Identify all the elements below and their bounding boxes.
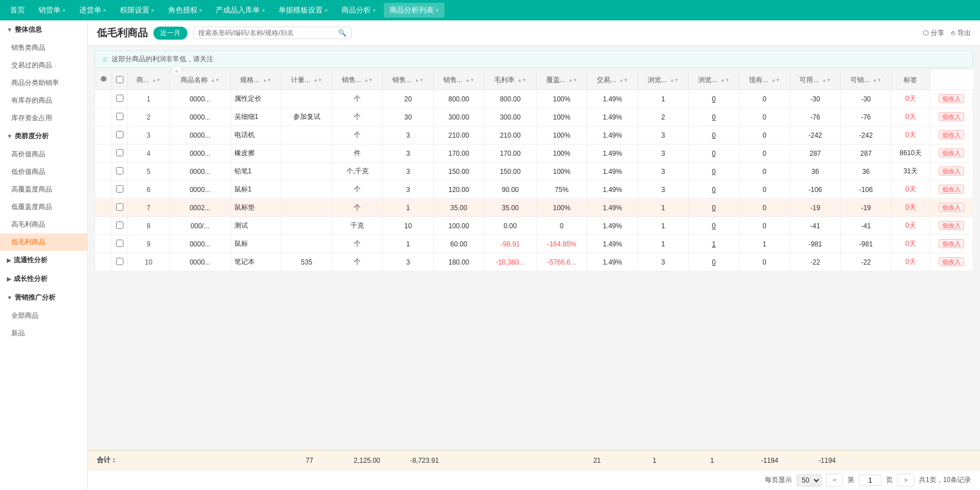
cell-checkbox-0[interactable] — [112, 90, 128, 108]
sidebar-item-low-value[interactable]: 低价值商品 — [0, 163, 87, 181]
sidebar-item-low-margin[interactable]: 低毛利商品 — [0, 233, 87, 251]
prev-page-btn[interactable]: ＜ — [826, 474, 843, 487]
nav-close-sales[interactable]: × — [62, 7, 66, 14]
row-checkbox-6[interactable] — [116, 203, 123, 211]
sidebar-group-cluster[interactable]: ▼ 类群度分析 — [0, 127, 87, 146]
row-checkbox-4[interactable] — [116, 167, 123, 174]
cell-view1-0[interactable]: 0 — [688, 90, 739, 108]
cell-checkbox-3[interactable] — [112, 144, 128, 163]
cell-checkbox-2[interactable] — [112, 126, 128, 144]
row-checkbox-9[interactable] — [116, 258, 123, 265]
sidebar-group-overall[interactable]: ▼ 整体信息 — [0, 20, 87, 39]
cell-checkbox-5[interactable] — [112, 181, 128, 199]
sidebar-group-growth[interactable]: ▶ 成长性分析 — [0, 270, 87, 288]
sidebar-group-marketing[interactable]: ▼ 营销推广分析 — [0, 288, 87, 307]
cell-view1-8[interactable]: 1 — [688, 235, 739, 253]
sort-arrows-current-stock[interactable]: ▲▼ — [771, 78, 780, 83]
nav-item-purchase[interactable]: 进货单× — [74, 3, 112, 18]
cell-coverage-2: 1.49% — [587, 126, 638, 144]
sort-arrows-gross-margin[interactable]: ▲▼ — [517, 78, 527, 83]
nav-item-sales[interactable]: 销货单× — [33, 3, 71, 18]
nav-item-permissions[interactable]: 权限设置× — [114, 3, 160, 18]
sidebar-item-stock-goods[interactable]: 有库存的商品 — [0, 92, 87, 109]
nav-item-analysis[interactable]: 商品分析× — [336, 3, 382, 18]
cell-checkbox-1[interactable] — [112, 108, 128, 126]
search-icon[interactable]: 🔍 — [338, 29, 346, 37]
sidebar-collapse-btn[interactable]: « — [172, 66, 182, 76]
cell-view1-1[interactable]: 0 — [688, 108, 739, 126]
col-checkbox-header[interactable] — [112, 71, 128, 90]
row-checkbox-3[interactable] — [116, 149, 123, 156]
col-spec-header: 规格... ▲▼ — [230, 71, 281, 90]
sidebar-item-stock-capital[interactable]: 库存资金占用 — [0, 109, 87, 127]
sort-arrows-sales-price[interactable]: ▲▼ — [415, 78, 424, 83]
nav-close-purchase[interactable]: × — [103, 7, 106, 14]
nav-item-analysis-list[interactable]: 商品分析列表× — [384, 3, 444, 18]
sidebar-item-all-goods[interactable]: 全部商品 — [0, 307, 87, 325]
cell-view1-7[interactable]: 0 — [688, 217, 739, 235]
cell-checkbox-4[interactable] — [112, 163, 128, 181]
row-checkbox-7[interactable] — [116, 221, 123, 229]
nav-close-permissions[interactable]: × — [151, 7, 155, 14]
next-page-btn[interactable]: ＞ — [897, 474, 914, 487]
nav-close-product-entry[interactable]: × — [262, 7, 265, 14]
sidebar-item-new-goods[interactable]: 新品 — [0, 325, 87, 342]
sidebar-item-traded-goods[interactable]: 交易过的商品 — [0, 57, 87, 74]
cell-view1-9[interactable]: 0 — [688, 253, 739, 271]
cell-view1-3[interactable]: 0 — [688, 144, 739, 163]
sort-arrows-spec[interactable]: ▲▼ — [263, 78, 272, 83]
sidebar-item-high-value[interactable]: 高价值商品 — [0, 146, 87, 163]
row-checkbox-8[interactable] — [116, 240, 123, 247]
sort-arrows-code[interactable]: ▲▼ — [152, 78, 161, 83]
cell-view1-6[interactable]: 0 — [688, 199, 739, 217]
nav-close-analysis-list[interactable]: × — [435, 7, 439, 14]
page-input[interactable] — [859, 475, 881, 486]
nav-item-template[interactable]: 单据模板设置× — [273, 3, 333, 18]
select-all-checkbox[interactable] — [116, 76, 123, 83]
sidebar-item-high-coverage[interactable]: 高覆盖度商品 — [0, 181, 87, 198]
share-btn[interactable]: ⬡ 分享 — [923, 28, 944, 38]
nav-item-roles[interactable]: 角色授权× — [162, 3, 208, 18]
sidebar-item-sales-goods[interactable]: 销售类商品 — [0, 39, 87, 57]
cell-checkbox-8[interactable] — [112, 235, 128, 253]
cell-code-1: 0000... — [169, 108, 230, 126]
table-row: 10 0000... 笔记本 535 个 3 180.00 -10,380...… — [95, 253, 973, 271]
nav-close-analysis[interactable]: × — [373, 7, 376, 14]
row-checkbox-0[interactable] — [116, 95, 123, 102]
sidebar-item-low-coverage[interactable]: 低覆盖度商品 — [0, 198, 87, 216]
row-checkbox-1[interactable] — [116, 113, 123, 120]
nav-close-roles[interactable]: × — [199, 7, 203, 14]
sort-arrows-sales-qty[interactable]: ▲▼ — [364, 78, 373, 83]
filter-btn[interactable]: 近一月 — [153, 27, 187, 40]
sidebar-item-category-rate[interactable]: 商品分类助销率 — [0, 74, 87, 92]
cell-checkbox-6[interactable] — [112, 199, 128, 217]
nav-item-product-entry[interactable]: 产成品入库单× — [210, 3, 271, 18]
cell-view1-2[interactable]: 0 — [688, 126, 739, 144]
col-settings[interactable] — [95, 71, 112, 90]
row-checkbox-2[interactable] — [116, 131, 123, 138]
sort-arrows-trade[interactable]: ▲▼ — [619, 78, 628, 83]
sidebar-item-high-margin[interactable]: 高毛利商品 — [0, 216, 87, 233]
sidebar-group-flow[interactable]: ▶ 流通性分析 — [0, 251, 87, 270]
nav-close-template[interactable]: × — [324, 7, 328, 14]
cell-view1-4[interactable]: 0 — [688, 163, 739, 181]
sort-arrows-coverage[interactable]: ▲▼ — [568, 78, 577, 83]
sort-arrows-available[interactable]: ▲▼ — [822, 78, 831, 83]
row-checkbox-5[interactable] — [116, 185, 123, 193]
page-size-select[interactable]: 50 — [797, 474, 821, 487]
nav-item-home[interactable]: 首页 — [5, 3, 31, 18]
sort-arrows-sales-profit[interactable]: ▲▼ — [465, 78, 474, 83]
cell-checkbox-7[interactable] — [112, 217, 128, 235]
sort-arrows-view1[interactable]: ▲▼ — [670, 78, 679, 83]
notice-bar: ☆ 这部分商品的利润非常低，请关注 — [95, 50, 973, 68]
sort-arrows-view2[interactable]: ▲▼ — [721, 78, 730, 83]
sort-arrows-name[interactable]: ▲▼ — [211, 78, 220, 83]
cell-view1-5[interactable]: 0 — [688, 181, 739, 199]
export-btn[interactable]: ⎋ 导出 — [951, 28, 971, 38]
cell-name-4: 铅笔1 — [230, 163, 281, 181]
sort-arrows-unit[interactable]: ▲▼ — [313, 78, 322, 83]
sort-arrows-saleable[interactable]: ▲▼ — [872, 78, 881, 83]
cell-checkbox-9[interactable] — [112, 253, 128, 271]
cell-no-3: 4 — [128, 144, 170, 163]
search-input[interactable] — [198, 29, 335, 37]
